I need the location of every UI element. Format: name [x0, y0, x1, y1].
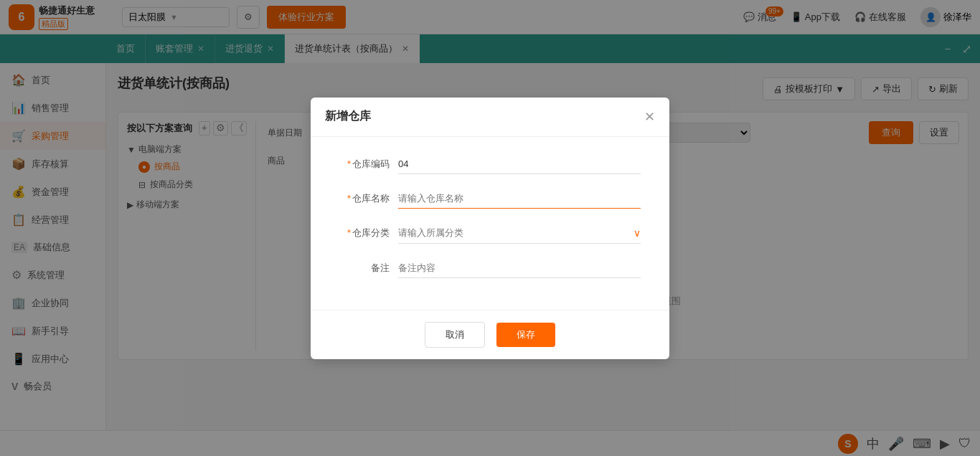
warehouse-category-label: 仓库分类 [339, 227, 390, 239]
warehouse-name-input[interactable] [398, 189, 641, 209]
save-button[interactable]: 保存 [496, 323, 555, 347]
cancel-button[interactable]: 取消 [425, 322, 485, 348]
dialog-footer: 取消 保存 [311, 310, 669, 359]
remark-label: 备注 [339, 262, 390, 275]
dialog-title: 新增仓库 [325, 109, 371, 124]
warehouse-code-row: 仓库编码 [339, 154, 641, 174]
warehouse-category-select-wrapper: ∨ [398, 223, 641, 244]
warehouse-category-row: 仓库分类 ∨ [339, 223, 641, 244]
warehouse-code-label: 仓库编码 [339, 158, 390, 171]
remark-input[interactable] [398, 258, 641, 278]
dialog-close-icon[interactable]: ✕ [644, 109, 655, 125]
warehouse-name-row: 仓库名称 [339, 189, 641, 209]
dialog-body: 仓库编码 仓库名称 仓库分类 ∨ 备注 [311, 137, 669, 310]
category-chevron-icon[interactable]: ∨ [633, 227, 641, 239]
dialog-header: 新增仓库 ✕ [311, 98, 669, 137]
warehouse-category-input[interactable] [398, 227, 633, 238]
add-warehouse-dialog: 新增仓库 ✕ 仓库编码 仓库名称 仓库分类 ∨ [311, 98, 669, 359]
dialog-overlay: 新增仓库 ✕ 仓库编码 仓库名称 仓库分类 ∨ [0, 0, 980, 456]
warehouse-name-label: 仓库名称 [339, 192, 390, 205]
remark-row: 备注 [339, 258, 641, 278]
warehouse-code-input[interactable] [398, 154, 641, 174]
